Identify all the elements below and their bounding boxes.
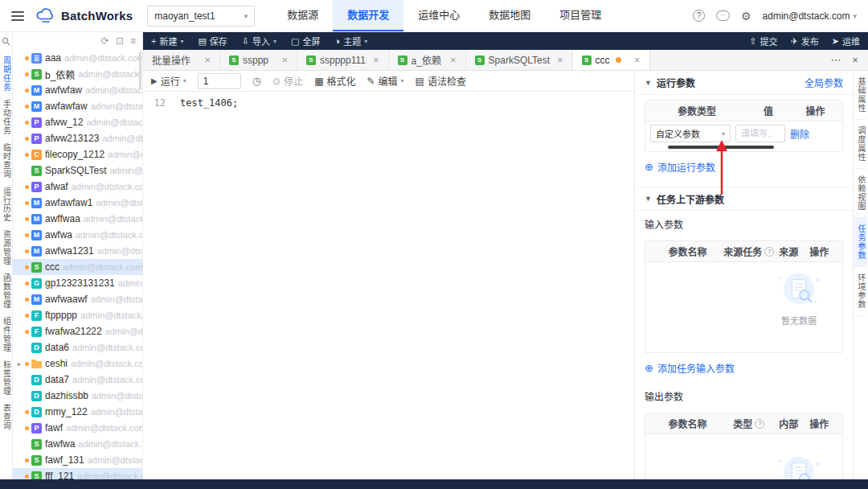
close-all-tabs-icon[interactable]: ×: [845, 55, 865, 65]
hamburger-menu-icon[interactable]: [11, 11, 24, 21]
add-input-param-link[interactable]: ⊕ 添加任务输入参数: [645, 361, 843, 375]
tree-item[interactable]: Pafww_12admin@dtstack.com: [13, 114, 142, 130]
plus-button[interactable]: +新建▾: [151, 35, 183, 47]
tree-item[interactable]: Mawffwaaadmin@dtstack.com: [13, 211, 142, 227]
tree-item[interactable]: Mawfwfawadmin@dtstack.com: [13, 82, 142, 98]
settings-icon[interactable]: ⚙: [741, 10, 751, 22]
syntax-check-button[interactable]: ▤ 语法检查: [416, 74, 466, 88]
save-button[interactable]: ▤保存: [198, 35, 227, 47]
tree-item[interactable]: Pafww213123admin@dtstack.com: [13, 130, 142, 146]
tree-item[interactable]: Sfawf_131admin@dtstack.com: [13, 452, 142, 468]
tree-item[interactable]: Ddazhissbbadmin@dtstack.com: [13, 388, 142, 404]
code-editor[interactable]: 12 test_1406;: [143, 92, 634, 479]
tree-item[interactable]: Mawfwaawfadmin@dtstack.com: [13, 291, 142, 307]
tree-item[interactable]: Pfawfadmin@dtstack.com: [13, 420, 142, 436]
message-icon[interactable]: ···: [716, 10, 730, 21]
tree-item[interactable]: ▸ceshiadmin@dtstack.com: [13, 355, 142, 372]
search-icon[interactable]: [2, 37, 10, 48]
left-rail-item[interactable]: 函数管理: [1, 269, 12, 313]
tree-item[interactable]: Ggp12323131231admin@dtstack.com: [13, 275, 142, 291]
submit-button[interactable]: ⇧提交: [749, 35, 777, 47]
tree-item[interactable]: Dmmy_122admin@dtstack.com: [13, 404, 142, 420]
scrollbar-thumb[interactable]: [668, 146, 774, 149]
more-tabs-icon[interactable]: ⋯: [826, 55, 845, 65]
close-icon[interactable]: ×: [554, 55, 563, 65]
tab[interactable]: 批量操作×: [143, 50, 220, 70]
logo[interactable]: BatchWorks: [35, 8, 133, 24]
left-rail-item[interactable]: 手动任务: [1, 96, 12, 139]
tree-item[interactable]: Pafwafadmin@dtstack.com: [13, 179, 142, 195]
right-rail-tab[interactable]: 任务参数: [854, 218, 867, 267]
run-count-input[interactable]: [198, 73, 241, 89]
delete-link[interactable]: 删除: [790, 127, 809, 141]
close-icon[interactable]: ×: [201, 55, 211, 65]
nav-item[interactable]: 数据地图: [474, 0, 545, 31]
ops-button[interactable]: ➤运维: [832, 35, 860, 47]
tree-item[interactable]: Sb_依赖admin@dtstack.com: [13, 66, 142, 82]
nav-item[interactable]: 运维中心: [403, 0, 474, 31]
edit-button[interactable]: ✎ 编辑 ▾: [367, 74, 404, 88]
tree-item[interactable]: SSparkSQLTestadmin@dtstack.com: [13, 162, 142, 179]
refresh-icon[interactable]: ⟳: [101, 36, 109, 46]
tree-item[interactable]: Ddata6admin@dtstack.com: [13, 339, 142, 355]
right-rail-tab[interactable]: 调度属性: [854, 120, 867, 169]
help-icon[interactable]: ?: [693, 10, 705, 22]
tab[interactable]: Sa_依赖×: [389, 50, 466, 70]
tab[interactable]: Ssspppp111×: [297, 50, 389, 70]
left-rail-item[interactable]: 标签管理: [1, 356, 12, 400]
tree-item[interactable]: Ddata7admin@dtstack.com: [13, 372, 142, 388]
left-rail-item[interactable]: 表查询: [1, 400, 12, 434]
tab[interactable]: Sccc×: [573, 50, 650, 70]
close-icon[interactable]: ×: [631, 55, 641, 65]
tree-item[interactable]: Sfawfwaadmin@dtstack.com: [13, 436, 142, 452]
run-button[interactable]: ▶ 运行 ▾: [151, 74, 186, 88]
scrollbar-thumb[interactable]: [139, 51, 141, 88]
nav-item[interactable]: 数据源: [272, 0, 333, 31]
nav-item[interactable]: 项目管理: [545, 0, 616, 31]
param-type-select[interactable]: 自定义参数 ▾: [650, 125, 731, 142]
left-rail-item[interactable]: 资源管理: [1, 226, 12, 269]
left-rail-item[interactable]: 组件管理: [1, 313, 12, 356]
project-selector[interactable]: maoyan_test1 ▾: [147, 6, 255, 27]
tree-item[interactable]: Mawfawfaw1admin@dtstack.com: [13, 195, 142, 211]
close-icon[interactable]: ×: [447, 55, 457, 65]
run-params-section-header[interactable]: ▼ 运行参数 全局参数: [635, 71, 853, 95]
close-icon[interactable]: ×: [370, 55, 379, 65]
tree-item[interactable]: Scccadmin@dtstack.com: [13, 259, 142, 275]
left-rail-item[interactable]: 临时查询: [1, 139, 12, 183]
format-button[interactable]: ▦ 格式化: [314, 74, 355, 88]
tree-item[interactable]: Cfilecopy_1212admin@dtstack.com: [13, 146, 142, 162]
tree-item[interactable]: Fftpppppadmin@dtstack.com: [13, 307, 142, 323]
stop-button[interactable]: ⊙ 停止: [272, 74, 303, 88]
user-menu[interactable]: admin@dtstack.com ▾: [763, 10, 857, 22]
tab[interactable]: SSparkSQLTest×: [466, 50, 573, 70]
left-rail-item[interactable]: 周期任务: [1, 52, 12, 96]
param-value-input[interactable]: [735, 125, 785, 142]
nav-item[interactable]: 数据开发: [333, 0, 403, 31]
tree-item[interactable]: Sfff_121admin@dtstack.com: [13, 468, 142, 479]
history-clock-icon[interactable]: ◷: [252, 76, 261, 86]
import-button[interactable]: ⇩导入▾: [242, 35, 276, 47]
publish-button[interactable]: ✈发布: [791, 35, 819, 47]
right-rail-tab[interactable]: 基础属性: [854, 71, 867, 120]
task-name: afww_12: [45, 117, 83, 128]
locate-icon[interactable]: ⊡: [116, 36, 124, 46]
tree-item[interactable]: ≣aaaadmin@dtstack.com: [13, 50, 142, 66]
theme-button[interactable]: ◑主题▾: [335, 35, 368, 47]
horizontal-scrollbar[interactable]: [647, 146, 841, 150]
left-rail-item[interactable]: 运行历史: [1, 183, 12, 226]
global-params-link[interactable]: 全局参数: [805, 76, 843, 89]
tree-item[interactable]: Mawfwaadmin@dtstack.com: [13, 227, 142, 243]
fullscreen-button[interactable]: ▢全屏: [291, 35, 320, 47]
tab[interactable]: Sssppp×: [220, 50, 297, 70]
right-rail-tab[interactable]: 依赖视图: [854, 169, 867, 218]
add-run-param-link[interactable]: ⊕ 添加运行参数: [645, 160, 843, 174]
task-name: fawfwa: [45, 438, 75, 450]
updown-params-section-header[interactable]: ▼ 任务上下游参数: [635, 187, 853, 211]
menu-icon[interactable]: ≡: [130, 36, 136, 46]
tree-item[interactable]: Mawfawfawadmin@dtstack.com: [13, 98, 142, 114]
tree-item[interactable]: Mawfwa1231admin@dtstack.com: [13, 243, 142, 259]
tree-item[interactable]: Ffwafwa21222admin@dtstack.com: [13, 323, 142, 339]
close-icon[interactable]: ×: [278, 55, 288, 65]
right-rail-tab[interactable]: 环境参数: [854, 267, 867, 316]
